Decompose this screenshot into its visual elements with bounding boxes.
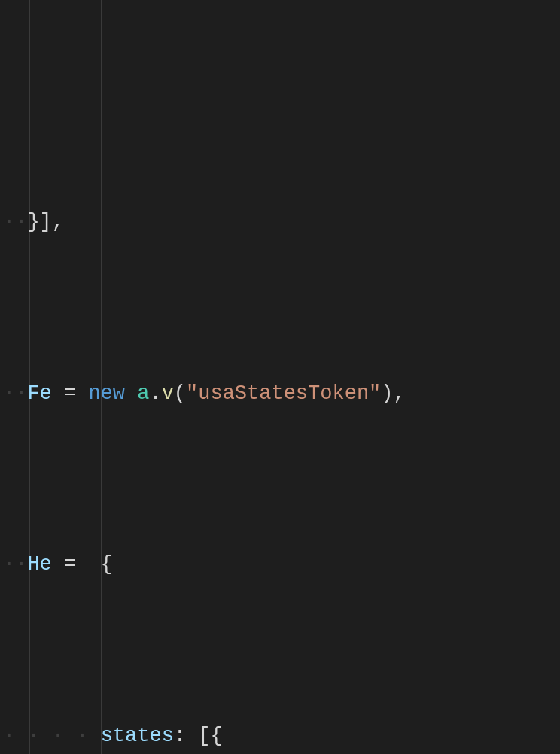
- punct: }],: [27, 211, 64, 233]
- whitespace: ··: [3, 211, 27, 233]
- operator: =: [52, 382, 89, 405]
- property-states: states: [101, 725, 174, 747]
- punct: .: [149, 382, 161, 405]
- keyword-new: new: [88, 382, 125, 405]
- whitespace: ··: [3, 382, 27, 405]
- code-line[interactable]: ··He = {: [3, 548, 560, 582]
- code-line[interactable]: · · · · states: [{: [3, 719, 560, 754]
- punct: [{: [198, 725, 222, 747]
- whitespace: · · · ·: [3, 725, 101, 747]
- punct: ),: [381, 382, 405, 405]
- punct: {: [88, 553, 112, 576]
- punct: (: [174, 382, 186, 405]
- code-line[interactable]: ··}],: [3, 205, 560, 240]
- identifier-fe: Fe: [27, 382, 51, 405]
- operator: =: [52, 553, 89, 576]
- identifier-a: a: [137, 382, 149, 405]
- code-editor[interactable]: ··}], ··Fe = new a.v("usaStatesToken"), …: [0, 0, 560, 754]
- code-line[interactable]: ··Fe = new a.v("usaStatesToken"),: [3, 377, 560, 412]
- punct: :: [174, 725, 198, 747]
- whitespace: ··: [3, 553, 27, 576]
- string-literal: "usaStatesToken": [186, 382, 381, 405]
- identifier-he: He: [27, 553, 51, 576]
- identifier-v: v: [162, 382, 174, 405]
